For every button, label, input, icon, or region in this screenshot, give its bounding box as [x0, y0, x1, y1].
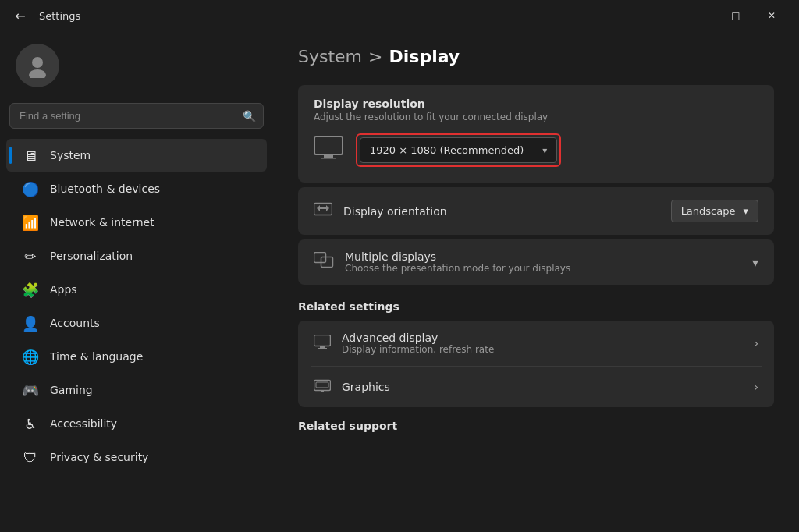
- nav-icon-bluetooth: 🔵: [22, 180, 39, 197]
- breadcrumb-parent: System: [298, 47, 362, 66]
- nav-icon-accounts: 👤: [22, 314, 39, 332]
- nav-icon-apps: 🧩: [22, 281, 39, 298]
- svg-point-1: [29, 69, 46, 78]
- app-title: Settings: [39, 10, 80, 22]
- app-body: 🔍 🖥 System 🔵 Bluetooth & devices 📶 Netwo…: [0, 31, 799, 532]
- sidebar: 🔍 🖥 System 🔵 Bluetooth & devices 📶 Netwo…: [0, 31, 273, 532]
- sidebar-item-accounts[interactable]: 👤 Accounts: [6, 307, 267, 339]
- sidebar-item-network[interactable]: 📶 Network & internet: [6, 206, 267, 239]
- nav-label-accessibility: Accessibility: [50, 417, 117, 430]
- nav-label-privacy: Privacy & security: [50, 451, 148, 463]
- orientation-label: Display orientation: [343, 205, 671, 218]
- search-icon: 🔍: [243, 110, 256, 122]
- svg-rect-8: [314, 335, 331, 346]
- expand-icon: ▾: [752, 255, 758, 270]
- multiple-displays-text: Multiple displays Choose the presentatio…: [345, 250, 752, 274]
- nav-icon-gaming: 🎮: [22, 381, 39, 399]
- advanced-display-title: Advanced display: [342, 332, 754, 344]
- main-content: System > Display Display resolution Adju…: [273, 31, 799, 532]
- sidebar-item-gaming[interactable]: 🎮 Gaming: [6, 374, 267, 406]
- resolution-title: Display resolution: [314, 98, 758, 110]
- minimize-button[interactable]: —: [682, 3, 718, 28]
- advanced-display-row[interactable]: Advanced display Display information, re…: [298, 321, 774, 366]
- related-settings-card: Advanced display Display information, re…: [298, 321, 774, 407]
- related-support-label: Related support: [298, 420, 774, 432]
- page-header: System > Display: [298, 47, 774, 66]
- sidebar-item-bluetooth[interactable]: 🔵 Bluetooth & devices: [6, 172, 267, 205]
- nav-icon-network: 📶: [22, 214, 39, 231]
- resolution-dropdown-chevron-icon: ▾: [542, 145, 547, 156]
- orientation-value: Landscape: [681, 205, 736, 217]
- nav-label-personalization: Personalization: [50, 250, 133, 262]
- sidebar-item-personalization[interactable]: ✏️ Personalization: [6, 239, 267, 272]
- nav-label-apps: Apps: [50, 283, 77, 296]
- resolution-dropdown-highlight: 1920 × 1080 (Recommended) ▾: [356, 133, 561, 167]
- advanced-display-chevron-icon: ›: [754, 337, 758, 349]
- multiple-displays-title: Multiple displays: [345, 250, 752, 263]
- search-box[interactable]: 🔍: [9, 103, 264, 129]
- nav-label-bluetooth: Bluetooth & devices: [50, 183, 160, 195]
- resolution-card: Display resolution Adjust the resolution…: [298, 85, 774, 183]
- sidebar-item-time[interactable]: 🌐 Time & language: [6, 340, 267, 373]
- orientation-dropdown[interactable]: Landscape ▾: [671, 200, 758, 222]
- svg-rect-3: [324, 155, 333, 158]
- svg-rect-11: [314, 381, 331, 391]
- profile-section: [0, 31, 273, 100]
- close-button[interactable]: ✕: [754, 3, 790, 28]
- orientation-chevron-icon: ▾: [743, 205, 748, 217]
- graphics-row[interactable]: Graphics ›: [298, 367, 774, 407]
- nav-label-accounts: Accounts: [50, 317, 100, 329]
- multiple-displays-card[interactable]: Multiple displays Choose the presentatio…: [298, 239, 774, 285]
- nav-label-system: System: [50, 149, 91, 161]
- nav-label-network: Network & internet: [50, 216, 154, 229]
- graphics-title: Graphics: [342, 381, 754, 393]
- nav-icon-personalization: ✏️: [22, 247, 39, 264]
- resolution-subtitle: Adjust the resolution to fit your connec…: [314, 112, 758, 122]
- advanced-display-icon: [314, 334, 331, 353]
- svg-rect-2: [314, 137, 343, 154]
- multiple-displays-subtitle: Choose the presentation mode for your di…: [345, 263, 752, 274]
- svg-point-0: [32, 57, 43, 68]
- search-input[interactable]: [9, 103, 264, 129]
- maximize-button[interactable]: □: [718, 3, 754, 28]
- nav-icon-time: 🌐: [22, 348, 39, 365]
- nav-label-time: Time & language: [50, 350, 143, 363]
- svg-rect-4: [321, 158, 336, 159]
- svg-rect-12: [316, 382, 328, 388]
- back-button[interactable]: ←: [9, 5, 31, 27]
- sidebar-item-privacy[interactable]: 🛡 Privacy & security: [6, 441, 267, 473]
- svg-rect-9: [320, 346, 325, 348]
- orientation-icon: [314, 200, 332, 222]
- nav-icon-system: 🖥: [22, 147, 39, 164]
- avatar: [16, 44, 59, 87]
- orientation-card: Display orientation Landscape ▾: [298, 187, 774, 235]
- advanced-display-subtitle: Display information, refresh rate: [342, 344, 754, 355]
- related-settings-label: Related settings: [298, 300, 774, 313]
- svg-rect-13: [321, 390, 324, 392]
- nav-icon-privacy: 🛡: [22, 449, 39, 466]
- breadcrumb-chevron: >: [368, 47, 382, 66]
- sidebar-item-system[interactable]: 🖥 System: [6, 139, 267, 172]
- page-title: Display: [389, 47, 460, 66]
- nav-label-gaming: Gaming: [50, 384, 93, 396]
- graphics-icon: [314, 378, 331, 396]
- nav-icon-accessibility: ♿: [22, 415, 39, 432]
- graphics-chevron-icon: ›: [754, 381, 758, 393]
- window-controls: — □ ✕: [682, 3, 790, 28]
- multiple-displays-icon: [314, 252, 334, 273]
- sidebar-item-accessibility[interactable]: ♿ Accessibility: [6, 407, 267, 440]
- nav-list: 🖥 System 🔵 Bluetooth & devices 📶 Network…: [0, 138, 273, 474]
- resolution-row: 1920 × 1080 (Recommended) ▾: [314, 133, 758, 167]
- resolution-dropdown[interactable]: 1920 × 1080 (Recommended) ▾: [360, 137, 557, 163]
- graphics-text: Graphics: [342, 381, 754, 393]
- display-icon: [314, 136, 343, 165]
- resolution-value: 1920 × 1080 (Recommended): [370, 144, 524, 156]
- sidebar-item-apps[interactable]: 🧩 Apps: [6, 273, 267, 306]
- titlebar: ← Settings — □ ✕: [0, 0, 799, 31]
- advanced-display-text: Advanced display Display information, re…: [342, 332, 754, 355]
- svg-rect-10: [318, 348, 327, 349]
